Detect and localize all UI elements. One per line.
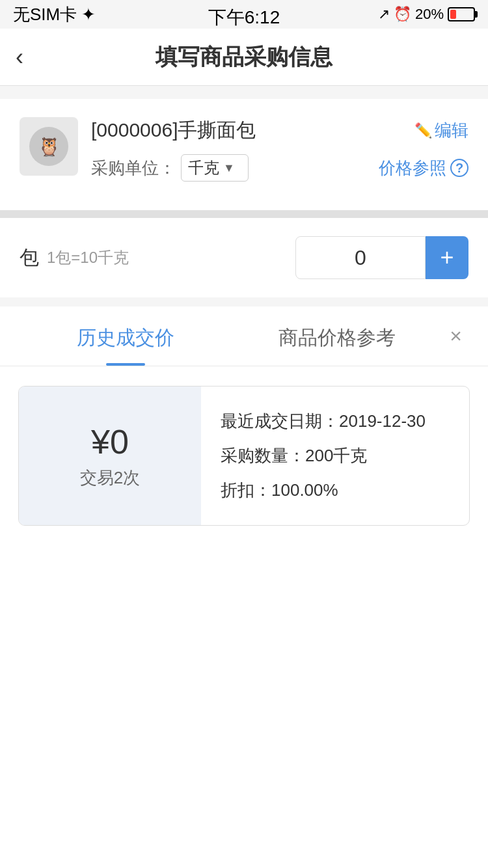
panel-close-button[interactable]: × — [443, 318, 468, 355]
product-logo: 🦉 — [29, 127, 68, 166]
back-button[interactable]: ‹ — [16, 44, 23, 71]
quantity-value: 0 — [355, 246, 366, 270]
quantity-conversion: 1包=10千克 — [47, 247, 129, 268]
discount-row: 折扣：100.00% — [221, 479, 450, 502]
price-ref-button[interactable]: 价格参照 ? — [379, 157, 468, 180]
history-price-right: 最近成交日期：2019-12-30 采购数量：200千克 折扣：100.00% — [201, 387, 469, 525]
tab-history-price[interactable]: 历史成交价 — [20, 306, 232, 366]
latest-date-value: 2019-12-30 — [339, 411, 426, 431]
product-title: 手撕面包 — [178, 119, 256, 141]
purchase-qty-value: 200千克 — [305, 446, 367, 465]
edit-label: 编辑 — [435, 119, 468, 142]
quantity-controls: 0 + — [295, 236, 468, 279]
status-bar: 无SIM卡 ✦ 下午6:12 ↗ ⏰ 20% — [0, 0, 488, 29]
history-trade-count: 交易2次 — [80, 467, 140, 489]
quantity-unit-label: 包 — [20, 245, 39, 271]
quantity-row: 包 1包=10千克 0 + — [0, 218, 488, 297]
battery-icon — [448, 7, 475, 21]
tab-product-price[interactable]: 商品价格参考 — [232, 306, 444, 366]
location-icon: ↗ — [378, 6, 390, 23]
nav-bar: ‹ 填写商品采购信息 — [0, 29, 488, 86]
product-name: [0000006]手撕面包 — [91, 117, 256, 144]
panel-tabs: 历史成交价 商品价格参考 × — [0, 306, 488, 366]
product-id: [0000006] — [91, 119, 178, 141]
status-right: ↗ ⏰ 20% — [378, 6, 475, 23]
purchase-qty-label: 采购数量： — [221, 446, 305, 465]
unit-label: 采购单位： 千克 ▼ — [91, 154, 249, 182]
content-bottom — [0, 545, 488, 868]
dropdown-arrow-icon: ▼ — [223, 161, 235, 175]
history-price-value: ¥0 — [91, 422, 129, 461]
price-reference-panel: 历史成交价 商品价格参考 × ¥0 交易2次 最近成交日期：2019-12-30… — [0, 306, 488, 868]
quantity-plus-button[interactable]: + — [426, 236, 468, 279]
status-time: 下午6:12 — [208, 5, 280, 30]
product-unit-row: 采购单位： 千克 ▼ 价格参照 ? — [91, 154, 468, 182]
product-info: [0000006]手撕面包 ✏️ 编辑 采购单位： 千克 ▼ 价格参照 — [91, 117, 468, 182]
section-divider — [0, 210, 488, 218]
latest-date-row: 最近成交日期：2019-12-30 — [221, 410, 450, 433]
unit-value: 千克 — [188, 157, 219, 178]
status-carrier: 无SIM卡 ✦ — [13, 3, 96, 26]
info-icon: ? — [450, 159, 468, 177]
quantity-unit-info: 包 1包=10千克 — [20, 245, 129, 271]
edit-button[interactable]: ✏️ 编辑 — [414, 119, 468, 142]
latest-date-label: 最近成交日期： — [221, 411, 339, 431]
history-price-left: ¥0 交易2次 — [19, 387, 201, 525]
page-title: 填写商品采购信息 — [156, 42, 332, 72]
edit-icon: ✏️ — [414, 122, 432, 139]
alarm-icon: ⏰ — [394, 6, 411, 23]
discount-value: 100.00% — [271, 480, 338, 500]
purchase-qty-row: 采购数量：200千克 — [221, 444, 450, 467]
product-name-row: [0000006]手撕面包 ✏️ 编辑 — [91, 117, 468, 144]
price-ref-label: 价格参照 — [379, 157, 446, 180]
history-price-card: ¥0 交易2次 最近成交日期：2019-12-30 采购数量：200千克 折扣：… — [18, 386, 470, 526]
discount-label: 折扣： — [221, 480, 271, 500]
product-header: 🦉 [0000006]手撕面包 ✏️ 编辑 采购单位： 千克 ▼ — [20, 117, 468, 182]
product-thumbnail: 🦉 — [20, 117, 78, 176]
product-card: 🦉 [0000006]手撕面包 ✏️ 编辑 采购单位： 千克 ▼ — [0, 99, 488, 210]
quantity-input[interactable]: 0 — [295, 236, 426, 279]
battery-percent: 20% — [415, 6, 444, 23]
unit-select[interactable]: 千克 ▼ — [181, 154, 249, 182]
